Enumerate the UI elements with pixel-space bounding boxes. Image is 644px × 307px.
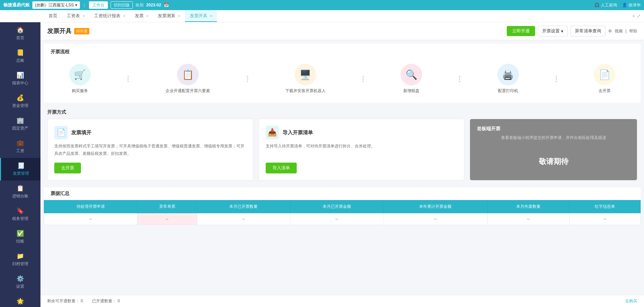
- td-monthly-amount: --: [290, 213, 383, 225]
- content-area: 发票开具 待开通 立即开通 开票设置 ▾ 异常清单查询 ⚙ 视频 | 帮助: [40, 22, 644, 307]
- sidebar-item-archive[interactable]: 📁 归档管理: [0, 248, 40, 271]
- settings-icon: ⚙️: [17, 275, 24, 282]
- tab-salary-report[interactable]: 工资统计报表 ×: [89, 10, 130, 22]
- sidebar-item-tax[interactable]: 🔖 税务管理: [0, 203, 40, 226]
- archive-icon: 📁: [17, 252, 24, 260]
- company-selector[interactable]: (勿删）江西服宝-LSS ▾: [32, 1, 80, 9]
- sidebar-item-archive-label: 归档管理: [12, 261, 28, 267]
- remaining-value: 0: [81, 299, 83, 303]
- sidebar-item-purchase-sales[interactable]: 📋 进销台账: [0, 180, 40, 203]
- calendar-icon[interactable]: 📅: [164, 3, 169, 7]
- period-label: 账期: [136, 2, 144, 8]
- settings-small-icon[interactable]: ⚙: [608, 29, 612, 33]
- bottom-bar: 剩余可开通数量： 0 已开通数量： 0 去购买: [40, 295, 644, 307]
- headphone-icon: 🎧: [594, 3, 599, 7]
- sidebar-item-funds[interactable]: 💰 资金管理: [0, 90, 40, 113]
- sidebar-item-guide[interactable]: 🌟 新手引导: [0, 294, 40, 307]
- sidebar-item-salary-label: 工资: [16, 148, 24, 154]
- tab-home-label: 首页: [49, 13, 57, 19]
- page-title: 发票开具: [47, 27, 71, 35]
- close-tab-salary-icon[interactable]: ×: [83, 14, 85, 18]
- invoice-method-container: 开票方式 📄 发票填开 支持按照发票样式手工填写开发票；可开具增值税电子普通发票…: [40, 106, 644, 184]
- expand-tabs-icon[interactable]: ⤢: [637, 13, 641, 19]
- sidebar-item-reports[interactable]: 📊 报表中心: [0, 67, 40, 90]
- chevron-down-settings-icon: ▾: [561, 29, 563, 34]
- tab-home[interactable]: 首页: [44, 10, 62, 22]
- process-step-4: 🔍 新增税盘: [401, 64, 422, 94]
- consultant-button[interactable]: 🎧 人工咨询: [594, 2, 617, 8]
- open-now-button[interactable]: 立即开通: [507, 26, 535, 36]
- close-all-icon[interactable]: ×: [632, 13, 635, 19]
- process-section: 开票流程 🛒 购买服务 📋 企业开通配置开票六要素 🖥️: [44, 44, 641, 103]
- remaining-label: 剩余可开通数量：: [47, 299, 80, 303]
- import-list-button[interactable]: 导入清单: [266, 163, 297, 173]
- sidebar-item-settings[interactable]: ⚙️ 设置: [0, 271, 40, 294]
- page-title-area: 发票开具 待开通: [47, 27, 89, 35]
- tab-invoice-issue-label: 发票开具: [190, 13, 207, 19]
- close-tab-invoice-issue-icon[interactable]: ×: [210, 14, 212, 18]
- go-invoice-button[interactable]: 去开票: [54, 163, 81, 173]
- method-card-import-icon: 📥: [266, 126, 279, 139]
- sidebar-item-funds-label: 资金管理: [12, 103, 28, 109]
- abnormal-query-button[interactable]: 异常清单查询: [570, 26, 606, 36]
- sidebar-item-assets-label: 固定资产: [12, 125, 28, 131]
- method-card-manual-header: 📄 发票填开: [54, 126, 246, 139]
- invoice-methods: 📄 发票填开 支持按照发票样式手工填写开发票；可开具增值税电子普通发票、增值税普…: [47, 119, 637, 180]
- invoice-method-title: 开票方式: [44, 106, 641, 119]
- main-layout: 🏠 首页 📒 总账 📊 报表中心 💰 资金管理 🏢 固定资产 💼 工资 🧾 发票…: [0, 22, 644, 307]
- help-tool-label[interactable]: 帮助: [629, 28, 637, 34]
- process-step-5: 🖨️ 配置打印机: [497, 64, 519, 94]
- buy-link[interactable]: 去购买: [625, 298, 637, 304]
- sidebar-item-reports-label: 报表中心: [12, 80, 28, 86]
- step4-label: 新增税盘: [403, 88, 419, 94]
- step1-icon: 🛒: [69, 64, 91, 85]
- tab-invoice[interactable]: 发票 ×: [130, 10, 153, 22]
- workspace-button[interactable]: 工作台: [89, 1, 108, 9]
- step5-label: 配置打印机: [498, 88, 518, 94]
- close-tab-salary-report-icon[interactable]: ×: [123, 14, 125, 18]
- salary-icon: 💼: [17, 139, 24, 147]
- th-annual-amount: 本年累计开票金额: [383, 200, 488, 213]
- sidebar-item-ledger[interactable]: 📒 总账: [0, 45, 40, 67]
- company-name: (勿删）江西服宝-LSS: [35, 2, 74, 8]
- sidebar-item-invoice-mgmt[interactable]: 🧾 发票管理: [0, 158, 40, 180]
- tab-invoice-calc[interactable]: 发票测算 ×: [153, 10, 185, 22]
- divider: |: [84, 3, 85, 7]
- method-card-manual-desc: 支持按照发票样式手工填写开发票；可开具增值税电子普通发票、增值税普通发票、增值税…: [54, 143, 246, 157]
- opened-value: 0: [118, 299, 120, 303]
- method-card-boss-header: 老板端开票 查看老板端小程序提交的开票申请，并作出相应处理及跟进: [477, 126, 630, 141]
- step6-label: 去开票: [598, 88, 611, 94]
- invoice-mgmt-icon: 🧾: [17, 162, 25, 169]
- sidebar-item-settings-label: 设置: [16, 284, 24, 289]
- tab-salary[interactable]: 工资表 ×: [62, 10, 89, 22]
- guide-icon: 🌟: [17, 298, 24, 305]
- assets-icon: 🏢: [17, 117, 24, 124]
- page-tools: ⚙ 视频 | 帮助: [608, 28, 637, 34]
- process-flow: 🛒 购买服务 📋 企业开通配置开票六要素 🖥️ 下载并安装开票机器人: [51, 60, 634, 97]
- close-tab-invoice-calc-icon[interactable]: ×: [178, 14, 180, 18]
- funds-icon: 💰: [17, 94, 24, 102]
- process-step-3: 🖥️ 下载并安装开票机器人: [285, 64, 326, 94]
- sidebar-item-salary[interactable]: 💼 工资: [0, 135, 40, 158]
- status-badge: 待开通: [74, 28, 89, 34]
- divider-tool: |: [625, 29, 626, 33]
- switch-version-button[interactable]: 切到旧版: [111, 1, 133, 9]
- td-red-info: --: [569, 213, 641, 225]
- sidebar-item-closing[interactable]: ✅ 结账: [0, 226, 40, 248]
- th-void-count: 本月作废数量: [488, 200, 569, 213]
- open-settings-button[interactable]: 开票设置 ▾: [538, 26, 568, 36]
- user-name: 徐泽华: [628, 2, 641, 8]
- sidebar-item-home[interactable]: 🏠 首页: [0, 22, 40, 45]
- arrow-3: [362, 76, 364, 82]
- top-bar-right: 🎧 人工咨询 👤 徐泽华: [594, 2, 641, 8]
- boss-card-title: 老板端开票: [477, 126, 630, 132]
- method-card-import: 📥 导入开票清单 支持导入待开票清单，可对待开票清单进行拆分、合并处理。 导入清…: [259, 119, 465, 180]
- method-card-manual: 📄 发票填开 支持按照发票样式手工填写开发票；可开具增值税电子普通发票、增值税普…: [47, 119, 253, 180]
- sidebar-item-purchase-sales-label: 进销台账: [12, 193, 28, 199]
- tab-invoice-issue[interactable]: 发票开具 ×: [185, 10, 217, 22]
- video-tool-label[interactable]: 视频: [615, 28, 623, 34]
- sidebar-item-assets[interactable]: 🏢 固定资产: [0, 113, 40, 135]
- close-tab-invoice-icon[interactable]: ×: [146, 14, 148, 18]
- reports-icon: 📊: [17, 72, 24, 79]
- ledger-icon: 📒: [17, 49, 24, 56]
